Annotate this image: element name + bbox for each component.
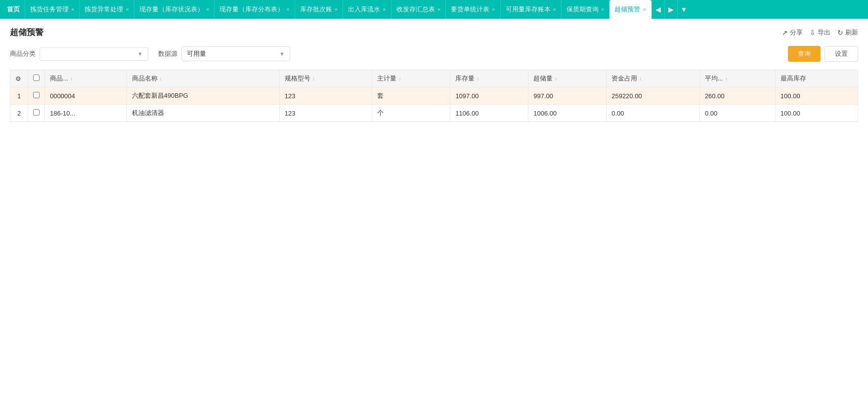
product-name: 机油滤清器 xyxy=(127,105,279,122)
close-icon[interactable]: × xyxy=(643,6,646,12)
close-icon[interactable]: × xyxy=(126,6,129,12)
unit: 个 xyxy=(372,105,450,122)
page-header: 超储预警 ➚ 分享 ⇩ 导出 ↻ 刷新 xyxy=(10,27,858,38)
table-row: 2 186-10... 机油滤清器 123 个 1106.00 1006.00 … xyxy=(10,105,858,122)
sort-icon: ↕ xyxy=(477,76,479,81)
category-select[interactable]: ▼ xyxy=(40,47,148,61)
query-button[interactable]: 查询 xyxy=(788,46,821,62)
sort-icon: ↕ xyxy=(312,76,315,81)
stock-qty: 1106.00 xyxy=(450,105,528,122)
settings-button[interactable]: 设置 xyxy=(825,46,858,62)
select-all-checkbox[interactable] xyxy=(33,75,40,81)
nav-tab-home[interactable]: 首页 xyxy=(2,0,25,19)
nav-tab-overstock[interactable]: 超储预警 × xyxy=(609,0,651,19)
chevron-down-icon: ▼ xyxy=(279,51,285,57)
close-icon[interactable]: × xyxy=(553,6,556,12)
row-checkbox-cell[interactable] xyxy=(28,105,45,122)
category-filter: 商品分类 ▼ xyxy=(10,47,148,61)
datasource-label: 数据源 xyxy=(158,49,177,58)
col-product-name[interactable]: 商品名称 ↕ xyxy=(127,70,279,87)
page-content: 超储预警 ➚ 分享 ⇩ 导出 ↻ 刷新 商品分类 ▼ 数据源 xyxy=(0,19,868,130)
row-checkbox-cell[interactable] xyxy=(28,87,45,105)
datasource-value: 可用量 xyxy=(187,49,206,58)
row-number: 1 xyxy=(10,87,28,105)
product-code: 0000004 xyxy=(45,87,127,105)
product-name: 六配套新昌490BPG xyxy=(127,87,279,105)
export-icon: ⇩ xyxy=(810,29,816,37)
nav-tab-stock-dist[interactable]: 现存量（库存分布表） × xyxy=(215,0,295,19)
nav-tab-stock-status[interactable]: 现存量（库存状况表） × xyxy=(134,0,215,19)
col-capital[interactable]: 资金占用 ↕ xyxy=(607,70,700,87)
refresh-button[interactable]: ↻ 刷新 xyxy=(837,28,858,37)
row-number: 2 xyxy=(10,105,28,122)
overstock-qty: 997.00 xyxy=(528,87,607,105)
col-product-code[interactable]: 商品... ↕ xyxy=(45,70,127,87)
nav-tab-inout[interactable]: 出入库流水 × xyxy=(343,0,391,19)
close-icon[interactable]: × xyxy=(437,6,440,12)
data-table: ⚙ 商品... ↕ 商品名称 ↕ xyxy=(10,70,858,122)
col-check[interactable] xyxy=(28,70,45,87)
table-header-row: ⚙ 商品... ↕ 商品名称 ↕ xyxy=(10,70,858,87)
col-unit[interactable]: 主计量 ↕ xyxy=(372,70,450,87)
max-stock: 100.00 xyxy=(775,87,858,105)
sort-icon: ↕ xyxy=(398,76,401,81)
capital-occupied: 259220.00 xyxy=(607,87,700,105)
datasource-select[interactable]: 可用量 ▼ xyxy=(181,46,290,61)
share-icon: ➚ xyxy=(782,29,788,37)
avg-price: 0.00 xyxy=(699,105,775,122)
nav-next-arrow[interactable]: ▶ xyxy=(664,0,677,19)
filter-buttons: 查询 设置 xyxy=(788,46,858,62)
close-icon[interactable]: × xyxy=(71,6,74,12)
sort-icon: ↕ xyxy=(639,76,642,81)
col-max-stock[interactable]: 最高库存 xyxy=(775,70,858,87)
close-icon[interactable]: × xyxy=(206,6,209,12)
export-button[interactable]: ⇩ 导出 xyxy=(810,28,830,37)
nav-tab-exception[interactable]: 拣货异常处理 × xyxy=(80,0,134,19)
avg-price: 260.00 xyxy=(699,87,775,105)
datasource-filter: 数据源 可用量 ▼ xyxy=(158,46,290,61)
max-stock: 100.00 xyxy=(775,105,858,122)
page-title: 超储预警 xyxy=(10,27,43,38)
gear-icon[interactable]: ⚙ xyxy=(15,75,21,82)
nav-more-arrow[interactable]: ▼ xyxy=(677,0,690,19)
col-spec[interactable]: 规格型号 ↕ xyxy=(279,70,372,87)
row-checkbox[interactable] xyxy=(33,92,40,98)
close-icon[interactable]: × xyxy=(601,6,604,12)
category-value xyxy=(45,50,47,58)
col-gear[interactable]: ⚙ xyxy=(10,70,28,87)
spec: 123 xyxy=(279,87,372,105)
unit: 套 xyxy=(372,87,450,105)
close-icon[interactable]: × xyxy=(286,6,289,12)
sort-icon: ↕ xyxy=(555,76,557,81)
capital-occupied: 0.00 xyxy=(607,105,700,122)
filter-row: 商品分类 ▼ 数据源 可用量 ▼ 查询 设置 xyxy=(10,46,858,62)
nav-tab-task-mgmt[interactable]: 拣货任务管理 × xyxy=(25,0,80,19)
row-checkbox[interactable] xyxy=(33,109,40,116)
col-stock[interactable]: 库存量 ↕ xyxy=(450,70,528,87)
close-icon[interactable]: × xyxy=(335,6,338,12)
sort-icon: ↕ xyxy=(70,76,73,81)
sort-icon: ↕ xyxy=(160,76,162,81)
col-overstock[interactable]: 超储量 ↕ xyxy=(528,70,607,87)
col-avg[interactable]: 平均... ↕ xyxy=(699,70,775,87)
nav-tab-order-stat[interactable]: 要货单统计表 × xyxy=(446,0,500,19)
sort-icon: ↕ xyxy=(725,76,728,81)
refresh-icon: ↻ xyxy=(837,29,843,37)
nav-tab-summary[interactable]: 收发存汇总表 × xyxy=(391,0,446,19)
nav-tab-expiry[interactable]: 保质期查询 × xyxy=(562,0,609,19)
close-icon[interactable]: × xyxy=(492,6,495,12)
category-label: 商品分类 xyxy=(10,49,36,58)
table-row: 1 0000004 六配套新昌490BPG 123 套 1097.00 997.… xyxy=(10,87,858,105)
nav-tab-available[interactable]: 可用量库存账本 × xyxy=(501,0,562,19)
top-navigation: 首页 拣货任务管理 × 拣货异常处理 × 现存量（库存状况表） × 现存量（库存… xyxy=(0,0,868,19)
spec: 123 xyxy=(279,105,372,122)
share-button[interactable]: ➚ 分享 xyxy=(782,28,803,37)
close-icon[interactable]: × xyxy=(383,6,386,12)
overstock-qty: 1006.00 xyxy=(528,105,607,122)
nav-tab-batch[interactable]: 库存批次账 × xyxy=(295,0,343,19)
stock-qty: 1097.00 xyxy=(450,87,528,105)
header-actions: ➚ 分享 ⇩ 导出 ↻ 刷新 xyxy=(782,28,858,37)
product-code: 186-10... xyxy=(45,105,127,122)
nav-prev-arrow[interactable]: ◀ xyxy=(651,0,664,19)
chevron-down-icon: ▼ xyxy=(137,51,143,57)
